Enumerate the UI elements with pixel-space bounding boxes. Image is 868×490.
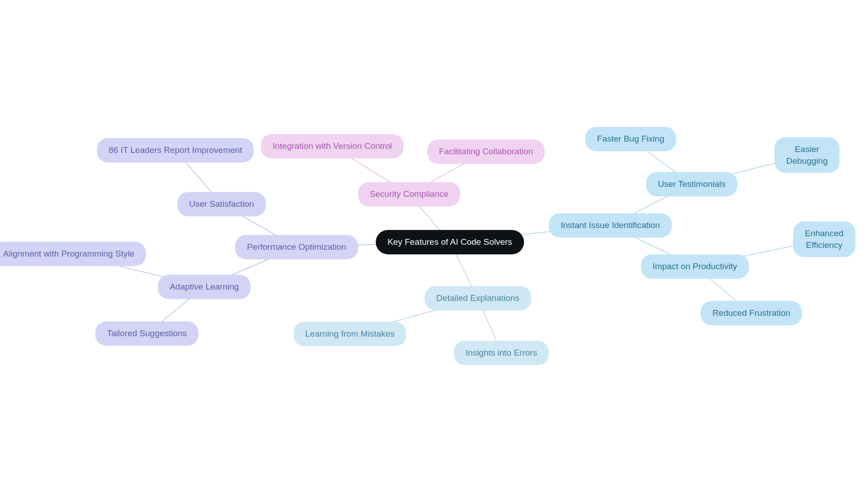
node-adaptive-learning: Adaptive Learning <box>158 275 250 299</box>
node-integration-version: Integration with Version Control <box>261 134 404 158</box>
node-enhanced-efficiency: Enhanced Efficiency <box>793 221 855 257</box>
node-user-testimonials: User Testimonials <box>646 172 737 196</box>
mindmap-canvas: Key Features of AI Code Solvers Instant … <box>0 0 868 490</box>
node-detailed-explanations: Detailed Explanations <box>425 286 531 310</box>
node-reduced-frustration: Reduced Frustration <box>701 301 802 325</box>
node-learning-mistakes: Learning from Mistakes <box>293 322 406 346</box>
node-faster-bug: Faster Bug Fixing <box>585 127 676 151</box>
node-performance-optimization: Performance Optimization <box>235 235 358 259</box>
node-it-leaders: 86 IT Leaders Report Improvement <box>97 138 254 162</box>
node-easier-debug: Easier Debugging <box>774 137 840 173</box>
node-impact-productivity: Impact on Productivity <box>641 254 749 279</box>
node-root: Key Features of AI Code Solvers <box>376 230 524 254</box>
node-insights-errors: Insights into Errors <box>454 341 549 365</box>
node-tailored-suggestions: Tailored Suggestions <box>95 321 198 346</box>
node-facilitating-collab: Facilitating Collaboration <box>427 139 545 164</box>
node-instant-issue: Instant Issue Identification <box>549 213 672 238</box>
node-alignment: Alignment with Programming Style <box>0 242 146 266</box>
node-security-compliance: Security Compliance <box>358 182 460 206</box>
node-user-satisfaction: User Satisfaction <box>177 192 266 216</box>
